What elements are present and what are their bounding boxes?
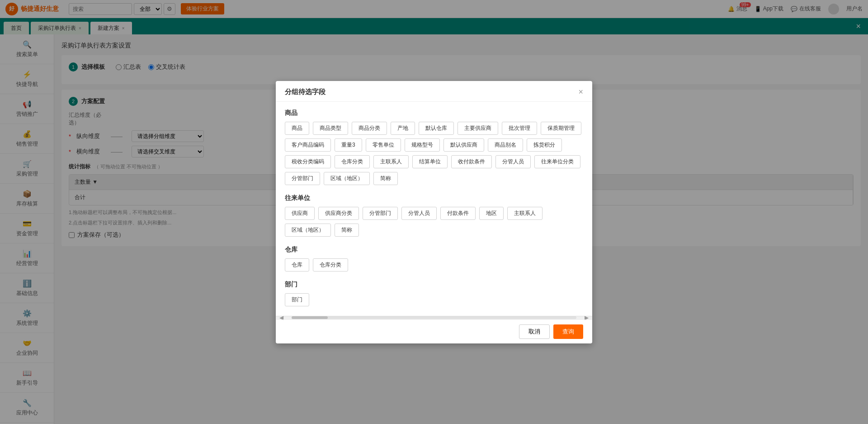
hscroll-track [292, 316, 576, 319]
field-tag[interactable]: 分管部门 [285, 172, 320, 185]
field-tag[interactable]: 默认供应商 [443, 138, 484, 152]
field-tag[interactable]: 税收分类编码 [285, 155, 331, 168]
field-tag[interactable]: 仓库分类 [335, 155, 370, 168]
field-tag[interactable]: 部门 [285, 293, 309, 306]
field-tag[interactable]: 主联系人 [373, 155, 409, 168]
field-tag[interactable]: 拣货积分 [527, 138, 562, 152]
modal-body: 商品 商品 商品类型 商品分类 产地 默认仓库 主要供应商 批次管理 保质期管理… [276, 102, 592, 316]
field-group-product-title: 商品 [285, 109, 583, 117]
field-tag[interactable]: 分管部门 [363, 207, 398, 220]
field-tag[interactable]: 规格型号 [405, 138, 440, 152]
field-tag[interactable]: 付款条件 [440, 207, 476, 220]
field-tag[interactable]: 收付款条件 [451, 155, 492, 168]
modal-footer: 取消 查询 [276, 319, 592, 343]
field-tag[interactable]: 保质期管理 [541, 122, 581, 135]
field-tag[interactable]: 客户商品编码 [285, 138, 331, 152]
modal-confirm-button[interactable]: 查询 [553, 324, 583, 339]
field-group-dept-title: 部门 [285, 281, 583, 289]
field-tag[interactable]: 商品分类 [352, 122, 387, 135]
field-tag[interactable]: 产地 [391, 122, 415, 135]
field-tag[interactable]: 分管人员 [401, 207, 437, 220]
hscroll-thumb[interactable] [292, 316, 328, 319]
field-group-partner-title: 往来单位 [285, 194, 583, 202]
modal-cancel-button[interactable]: 取消 [519, 324, 550, 339]
field-tag[interactable]: 供应商分类 [318, 207, 359, 220]
modal-overlay: 分组待选字段 × 商品 商品 商品类型 商品分类 产地 默认仓库 主要供应商 批… [0, 0, 868, 424]
field-group-dept: 部门 部门 [285, 281, 583, 306]
field-tag[interactable]: 默认仓库 [419, 122, 454, 135]
field-tags-product: 商品 商品类型 商品分类 产地 默认仓库 主要供应商 批次管理 保质期管理 客户… [285, 122, 583, 185]
field-group-warehouse-title: 仓库 [285, 246, 583, 254]
field-tag[interactable]: 主联系人 [507, 207, 542, 220]
field-group-warehouse: 仓库 仓库 仓库分类 [285, 246, 583, 272]
field-tags-dept: 部门 [285, 293, 583, 306]
field-tag[interactable]: 商品别名 [488, 138, 523, 152]
field-tag[interactable]: 分管人员 [495, 155, 531, 168]
field-tag[interactable]: 零售单位 [366, 138, 401, 152]
field-tag[interactable]: 区域（地区） [324, 172, 370, 185]
field-tag[interactable]: 结算单位 [412, 155, 448, 168]
field-tag[interactable]: 批次管理 [502, 122, 537, 135]
modal-header: 分组待选字段 × [276, 81, 592, 102]
field-tag[interactable]: 主要供应商 [458, 122, 498, 135]
field-group-partner: 往来单位 供应商 供应商分类 分管部门 分管人员 付款条件 地区 主联系人 区域… [285, 194, 583, 237]
field-tag[interactable]: 简称 [335, 224, 359, 237]
field-tag[interactable]: 仓库 [285, 258, 309, 272]
field-tag[interactable]: 区域（地区） [285, 224, 331, 237]
field-tags-warehouse: 仓库 仓库分类 [285, 258, 583, 272]
field-tag[interactable]: 商品 [285, 122, 309, 135]
field-group-product: 商品 商品 商品类型 商品分类 产地 默认仓库 主要供应商 批次管理 保质期管理… [285, 109, 583, 185]
field-tag[interactable]: 简称 [373, 172, 398, 185]
field-tag[interactable]: 仓库分类 [313, 258, 348, 272]
field-tag[interactable]: 供应商 [285, 207, 315, 220]
field-tag[interactable]: 商品类型 [313, 122, 348, 135]
field-tag[interactable]: 地区 [479, 207, 504, 220]
field-tags-partner: 供应商 供应商分类 分管部门 分管人员 付款条件 地区 主联系人 区域（地区） … [285, 207, 583, 237]
modal-hscroll[interactable]: ◀ ▶ [276, 316, 592, 319]
field-tag[interactable]: 重量3 [335, 138, 362, 152]
field-select-modal: 分组待选字段 × 商品 商品 商品类型 商品分类 产地 默认仓库 主要供应商 批… [276, 81, 592, 343]
modal-title: 分组待选字段 [285, 88, 326, 96]
modal-close-button[interactable]: × [578, 87, 583, 97]
field-tag[interactable]: 往来单位分类 [534, 155, 580, 168]
